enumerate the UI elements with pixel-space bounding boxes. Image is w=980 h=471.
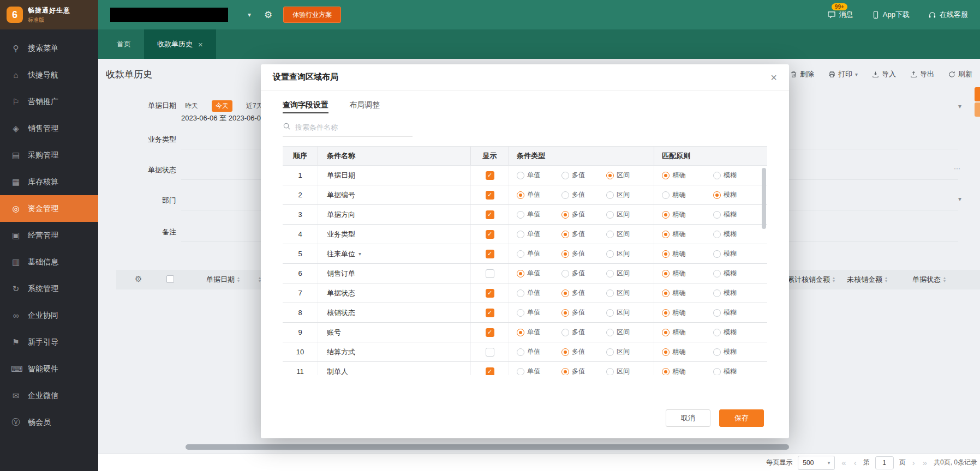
condition-type-option[interactable]: 多值: [561, 190, 606, 200]
condition-type-option[interactable]: 区间: [606, 328, 651, 337]
match-rule-option[interactable]: 模糊: [713, 308, 764, 317]
company-name-redacted[interactable]: [110, 8, 228, 22]
trash-button[interactable]: 删除: [790, 69, 814, 79]
column-header[interactable]: 累计核销金额▴▾: [787, 270, 835, 289]
condition-type-option[interactable]: 单值: [517, 210, 561, 219]
sidebar-item-funds[interactable]: ◎资金管理: [0, 195, 98, 222]
save-button[interactable]: 保存: [719, 409, 764, 427]
last-page-button[interactable]: »: [922, 458, 928, 467]
show-checkbox[interactable]: ✓: [486, 367, 494, 376]
side-float-button[interactable]: [975, 87, 980, 101]
sidebar-item-wechat[interactable]: ✉企业微信: [0, 382, 98, 409]
sort-icon[interactable]: ▴▾: [237, 276, 240, 283]
match-rule-option[interactable]: 模糊: [713, 190, 764, 200]
match-rule-option[interactable]: 模糊: [713, 347, 764, 357]
show-checkbox[interactable]: ✓: [486, 191, 494, 200]
sidebar-item-hardware[interactable]: ⌨智能硬件: [0, 355, 98, 382]
collapse-filters-chevron-icon[interactable]: ▾: [958, 102, 961, 110]
condition-type-option[interactable]: 区间: [606, 171, 651, 180]
sidebar-item-sales[interactable]: ◈销售管理: [0, 115, 98, 142]
sort-icon[interactable]: ▴▾: [885, 276, 887, 283]
messages-button[interactable]: 99+ 消息: [827, 10, 853, 20]
prev-page-button[interactable]: ‹: [853, 458, 858, 467]
match-rule-option[interactable]: 精确: [662, 171, 713, 180]
sidebar-item-purchasing[interactable]: ▤采购管理: [0, 142, 98, 168]
tab-home[interactable]: 首页: [104, 29, 144, 59]
date-option[interactable]: 今天: [212, 100, 232, 112]
condition-type-option[interactable]: 多值: [561, 367, 606, 375]
match-rule-option[interactable]: 模糊: [713, 328, 764, 337]
match-rule-option[interactable]: 模糊: [713, 269, 764, 278]
sidebar-item-inventory[interactable]: ▦库存核算: [0, 168, 98, 195]
chevron-down-icon[interactable]: ▾: [248, 11, 251, 19]
match-rule-option[interactable]: 模糊: [713, 171, 764, 180]
match-rule-option[interactable]: 精确: [662, 190, 713, 200]
match-rule-option[interactable]: 精确: [662, 367, 713, 375]
condition-type-option[interactable]: 单值: [517, 288, 561, 298]
column-sort-only[interactable]: ▴▾: [256, 270, 261, 289]
condition-type-option[interactable]: 区间: [606, 269, 651, 278]
condition-search-input[interactable]: 搜索条件名称: [283, 122, 413, 137]
sidebar-item-guide[interactable]: ⚑新手引导: [0, 329, 98, 355]
show-checkbox[interactable]: [486, 348, 494, 357]
sidebar-item-collaboration[interactable]: ∞企业协同: [0, 302, 98, 329]
first-page-button[interactable]: «: [840, 458, 847, 467]
match-rule-option[interactable]: 精确: [662, 210, 713, 219]
condition-type-option[interactable]: 多值: [561, 288, 606, 298]
condition-type-option[interactable]: 单值: [517, 367, 561, 375]
sidebar-item-search-menu[interactable]: ⚲搜索菜单: [0, 35, 98, 62]
condition-type-option[interactable]: 单值: [517, 230, 561, 239]
show-checkbox[interactable]: ✓: [486, 171, 494, 180]
match-rule-option[interactable]: 模糊: [713, 230, 764, 239]
modal-tab-0[interactable]: 查询字段设置: [283, 100, 328, 116]
match-rule-option[interactable]: 模糊: [713, 367, 764, 375]
show-checkbox[interactable]: ✓: [486, 250, 494, 258]
condition-type-option[interactable]: 单值: [517, 328, 561, 337]
experience-plan-button[interactable]: 体验行业方案: [283, 7, 341, 23]
online-support-button[interactable]: 在线客服: [928, 10, 968, 20]
show-checkbox[interactable]: ✓: [486, 289, 494, 298]
match-rule-option[interactable]: 模糊: [713, 210, 764, 219]
app-download-button[interactable]: App下载: [872, 10, 910, 20]
tab-receipt-history[interactable]: 收款单历史×: [144, 29, 216, 59]
export-button[interactable]: 导出: [910, 69, 934, 79]
gear-icon[interactable]: ⚙: [264, 9, 272, 21]
show-checkbox[interactable]: ✓: [486, 309, 494, 317]
condition-type-option[interactable]: 多值: [561, 269, 606, 278]
match-rule-option[interactable]: 精确: [662, 249, 713, 258]
condition-type-option[interactable]: 单值: [517, 269, 561, 278]
show-checkbox[interactable]: ✓: [486, 230, 494, 239]
condition-type-option[interactable]: 区间: [606, 308, 651, 317]
condition-type-option[interactable]: 单值: [517, 308, 561, 317]
condition-type-option[interactable]: 区间: [606, 230, 651, 239]
condition-type-option[interactable]: 区间: [606, 190, 651, 200]
select-all-checkbox[interactable]: [166, 275, 174, 283]
match-rule-option[interactable]: 精确: [662, 288, 713, 298]
side-float-button[interactable]: [975, 102, 980, 117]
show-checkbox[interactable]: ✓: [486, 210, 494, 219]
match-rule-option[interactable]: 模糊: [713, 249, 764, 258]
sort-icon[interactable]: ▴▾: [833, 276, 835, 283]
horizontal-scrollbar[interactable]: [186, 444, 789, 450]
column-settings-gear-icon[interactable]: ⚙: [135, 274, 142, 284]
match-rule-option[interactable]: 模糊: [713, 288, 764, 298]
modal-scrollbar[interactable]: [762, 168, 766, 229]
sidebar-item-base-info[interactable]: ▥基础信息: [0, 249, 98, 275]
sidebar-item-operations[interactable]: ▣经营管理: [0, 222, 98, 249]
match-rule-option[interactable]: 精确: [662, 347, 713, 357]
cancel-button[interactable]: 取消: [666, 409, 710, 427]
condition-type-option[interactable]: 区间: [606, 249, 651, 258]
match-rule-option[interactable]: 精确: [662, 230, 713, 239]
refresh-button[interactable]: 刷新: [948, 69, 972, 79]
condition-type-option[interactable]: 单值: [517, 249, 561, 258]
condition-type-option[interactable]: 单值: [517, 347, 561, 357]
condition-type-option[interactable]: 区间: [606, 210, 651, 219]
sidebar-item-quick-nav[interactable]: ⌂快捷导航: [0, 62, 98, 88]
condition-type-option[interactable]: 多值: [561, 347, 606, 357]
show-checkbox[interactable]: [486, 269, 494, 278]
sidebar-item-system[interactable]: ↻系统管理: [0, 275, 98, 302]
sidebar-item-member[interactable]: Ⓥ畅会员: [0, 409, 98, 436]
condition-type-option[interactable]: 多值: [561, 328, 606, 337]
date-option[interactable]: 昨天: [181, 100, 202, 112]
printer-button[interactable]: 打印▾: [828, 69, 858, 79]
